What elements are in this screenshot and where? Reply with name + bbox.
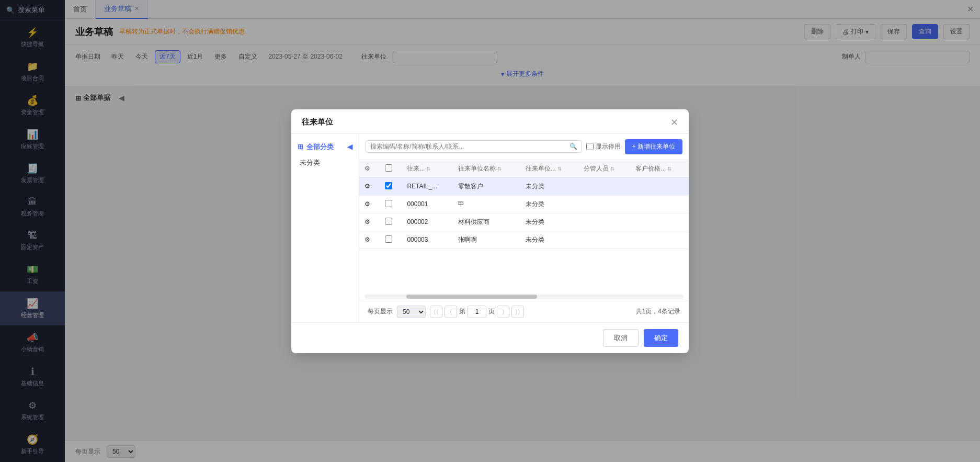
category-all-label: 全部分类 — [306, 142, 334, 152]
dialog-header: 往来单位 ✕ — [291, 109, 689, 134]
show-disabled-label: 显示停用 — [596, 142, 621, 151]
dialog-search-input[interactable] — [370, 143, 567, 150]
sort-arrow-manager: ⇅ — [610, 166, 614, 172]
row-settings[interactable]: ⚙ — [359, 195, 380, 213]
new-counterpart-button[interactable]: + 新增往来单位 — [625, 139, 682, 154]
sort-arrow-price: ⇅ — [667, 166, 671, 172]
row-settings-icon: ⚙ — [364, 218, 370, 226]
row-code: 000001 — [402, 195, 452, 213]
row-name: 甲 — [453, 195, 520, 213]
col-settings[interactable]: ⚙ — [359, 160, 380, 178]
page-label: 第 — [459, 307, 465, 316]
col-code[interactable]: 往来...⇅ — [402, 160, 452, 178]
row-settings[interactable]: ⚙ — [359, 231, 380, 249]
row-check[interactable] — [380, 195, 402, 213]
row-manager — [578, 231, 630, 249]
row-price — [630, 213, 689, 231]
dialog-body: ⊞ 全部分类 ◀ 未分类 🔍 显示停用 — [291, 134, 689, 322]
col-price[interactable]: 客户价格...⇅ — [630, 160, 689, 178]
table-row[interactable]: ⚙ 000001 甲 未分类 — [359, 195, 689, 213]
confirm-button[interactable]: 确定 — [644, 329, 678, 347]
row-check[interactable] — [380, 213, 402, 231]
row-code: RETAIL_... — [402, 177, 452, 195]
row-settings-icon: ⚙ — [364, 183, 370, 190]
category-unclassified[interactable]: 未分类 — [291, 155, 359, 171]
sort-arrow-name: ⇅ — [497, 166, 502, 172]
prev-page-btn[interactable]: ⟨ — [445, 306, 457, 318]
row-checkbox[interactable] — [385, 182, 392, 189]
category-unclassified-label: 未分类 — [300, 159, 320, 166]
row-category: 未分类 — [520, 195, 579, 213]
row-manager — [578, 177, 630, 195]
col-category[interactable]: 往来单位...⇅ — [520, 160, 579, 178]
search-icon: 🔍 — [569, 143, 577, 150]
horizontal-scrollbar[interactable] — [364, 295, 683, 299]
row-checkbox[interactable] — [385, 200, 392, 207]
dialog-pagination: 每页显示 50 100 ⟨⟨ ⟨ 第 页 ⟩ ⟩⟩ 共1页，4条记录 — [359, 301, 689, 322]
row-check[interactable] — [380, 231, 402, 249]
row-category: 未分类 — [520, 213, 579, 231]
dialog-close-button[interactable]: ✕ — [670, 117, 678, 128]
dialog-title: 往来单位 — [302, 117, 333, 127]
total-records: 共1页，4条记录 — [636, 307, 680, 316]
first-page-btn[interactable]: ⟨⟨ — [430, 306, 442, 318]
dialog-overlay: 往来单位 ✕ ⊞ 全部分类 ◀ 未分类 — [0, 0, 980, 462]
row-settings-icon: ⚙ — [364, 200, 370, 208]
category-panel: ⊞ 全部分类 ◀ 未分类 — [291, 134, 359, 322]
row-price — [630, 195, 689, 213]
row-name: 张啊啊 — [453, 231, 520, 249]
col-manager[interactable]: 分管人员⇅ — [578, 160, 630, 178]
dialog-page-size-select[interactable]: 50 100 — [397, 306, 426, 318]
collapse-left-icon[interactable]: ◀ — [347, 143, 352, 151]
select-all-checkbox[interactable] — [385, 164, 392, 172]
row-settings[interactable]: ⚙ — [359, 177, 380, 195]
sort-arrow-category: ⇅ — [557, 166, 562, 172]
row-code: 000002 — [402, 213, 452, 231]
row-code: 000003 — [402, 231, 452, 249]
dialog-footer: 取消 确定 — [291, 322, 689, 353]
counterpart-dialog: 往来单位 ✕ ⊞ 全部分类 ◀ 未分类 — [291, 109, 689, 353]
last-page-btn[interactable]: ⟩⟩ — [511, 306, 524, 318]
table-row[interactable]: ⚙ RETAIL_... 零散客户 未分类 — [359, 177, 689, 195]
row-checkbox[interactable] — [385, 218, 392, 225]
row-price — [630, 177, 689, 195]
row-category: 未分类 — [520, 231, 579, 249]
per-page-label: 每页显示 — [368, 307, 393, 316]
cancel-button[interactable]: 取消 — [603, 329, 639, 347]
show-disabled-checkbox[interactable] — [586, 143, 594, 150]
row-settings[interactable]: ⚙ — [359, 213, 380, 231]
dialog-toolbar-row: 🔍 显示停用 + 新增往来单位 — [359, 134, 689, 160]
col-name[interactable]: 往来单位名称⇅ — [453, 160, 520, 178]
next-page-btn[interactable]: ⟩ — [497, 306, 509, 318]
row-price — [630, 231, 689, 249]
dialog-search-box[interactable]: 🔍 — [366, 140, 582, 153]
table-row[interactable]: ⚙ 000003 张啊啊 未分类 — [359, 231, 689, 249]
scroll-thumb — [406, 295, 537, 299]
page-unit: 页 — [488, 307, 495, 316]
dialog-table-panel: 🔍 显示停用 + 新增往来单位 ⚙ — [359, 134, 689, 322]
row-category: 未分类 — [520, 177, 579, 195]
row-name: 材料供应商 — [453, 213, 520, 231]
show-disabled-toggle[interactable]: 显示停用 — [586, 142, 621, 151]
row-manager — [578, 195, 630, 213]
dialog-table-scroll[interactable]: ⚙ 往来...⇅ 往来单位名称⇅ 往来单位...⇅ 分管人员⇅ 客户价格...⇅… — [359, 160, 689, 292]
page-nav: ⟨⟨ ⟨ 第 页 ⟩ ⟩⟩ — [430, 306, 524, 318]
row-check[interactable] — [380, 177, 402, 195]
row-checkbox[interactable] — [385, 235, 392, 243]
row-manager — [578, 213, 630, 231]
row-name: 零散客户 — [453, 177, 520, 195]
col-check[interactable] — [380, 160, 402, 178]
category-all[interactable]: ⊞ 全部分类 ◀ — [291, 139, 359, 155]
page-input[interactable] — [468, 306, 486, 318]
grid-small-icon: ⊞ — [298, 143, 303, 151]
sort-arrow-code: ⇅ — [426, 166, 430, 172]
table-row[interactable]: ⚙ 000002 材料供应商 未分类 — [359, 213, 689, 231]
row-settings-icon: ⚙ — [364, 236, 370, 243]
settings-icon: ⚙ — [364, 165, 370, 172]
counterpart-table: ⚙ 往来...⇅ 往来单位名称⇅ 往来单位...⇅ 分管人员⇅ 客户价格...⇅… — [359, 160, 689, 249]
